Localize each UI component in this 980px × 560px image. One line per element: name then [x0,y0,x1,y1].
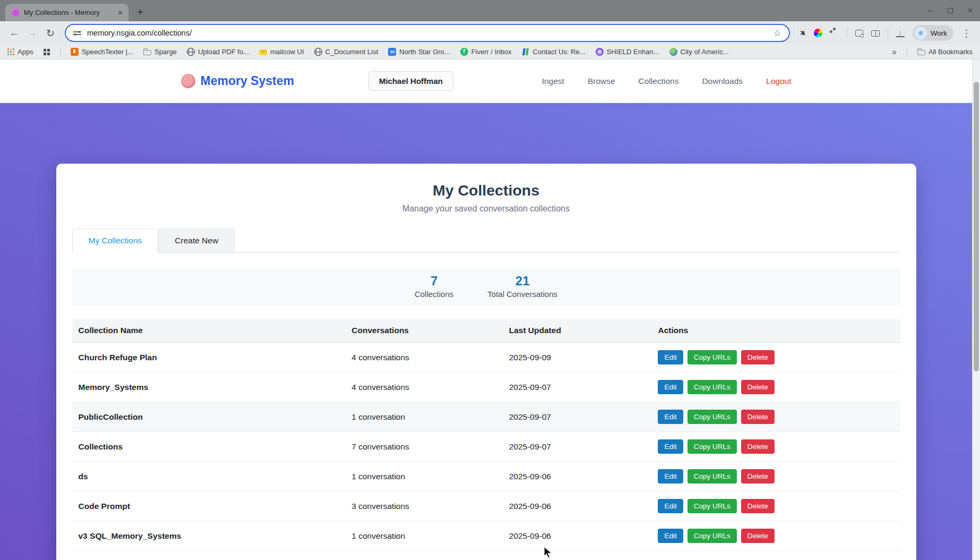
browser-window: My Collections - Memory × + – × ← → ↻ me… [0,0,980,560]
edit-button[interactable]: Edit [658,380,683,394]
bookmark-item[interactable]: mailcow UI [259,48,304,56]
table-row: Code Prompt 3 conversations 2025-09-06 E… [72,491,900,521]
brand-name: Memory System [201,74,294,88]
flag-icon [522,48,530,56]
copy-urls-button[interactable]: Copy URLs [687,380,737,394]
stat-total-conversations: 21 Total Conversations [487,274,557,299]
brand[interactable]: Memory System [181,74,294,88]
collections-table: Collection Name Conversations Last Updat… [72,319,900,551]
copy-urls-button[interactable]: Copy URLs [687,469,737,483]
forward-button[interactable]: → [24,27,40,39]
web-page: Memory System Michael Hoffman Ingest Bro… [0,60,972,560]
nav-downloads[interactable]: Downloads [702,77,743,86]
bookmark-item[interactable]: Sparge [143,48,177,56]
bookmark-item[interactable]: City of Americ... [669,48,729,56]
nav-browse[interactable]: Browse [588,77,615,86]
conversation-count: 7 conversations [345,435,502,459]
browser-tab[interactable]: My Collections - Memory × [5,4,128,21]
last-updated: 2025-09-09 [503,345,652,370]
collections-card: My Collections Manage your saved convers… [56,164,916,560]
tab-close-icon[interactable]: × [116,8,124,17]
back-button[interactable]: ← [6,27,22,39]
mail-icon [259,49,267,55]
grid-bookmark-icon[interactable] [44,49,50,55]
table-row: PublicCollection 1 conversation 2025-09-… [72,402,900,432]
mouse-cursor [544,546,553,559]
address-bar[interactable]: memory.nsgia.com/collections/ ☆ [65,24,790,42]
delete-button[interactable]: Delete [741,499,775,513]
bookmark-item[interactable]: SHIELD Enhan... [596,48,659,56]
bookmark-item[interactable]: Contact Us: Re... [522,48,586,56]
nav-collections[interactable]: Collections [639,77,679,86]
collection-name: Church Refuge Plan [72,345,346,370]
profile-button[interactable]: ❄ Work [913,25,953,41]
table-row: Church Refuge Plan 4 conversations 2025-… [72,343,900,372]
reload-button[interactable]: ↻ [42,27,58,39]
blue-10-icon [388,48,396,56]
new-tab-button[interactable]: + [133,5,148,20]
copy-urls-button[interactable]: Copy URLs [687,410,737,424]
scrollbar-thumb[interactable] [974,82,979,371]
nav-logout[interactable]: Logout [766,77,791,86]
delete-button[interactable]: Delete [741,350,775,364]
minimize-button[interactable]: – [928,6,933,15]
toolbar-separator [847,29,847,38]
copy-urls-button[interactable]: Copy URLs [687,529,737,543]
globe-icon [314,48,322,56]
folder-icon [143,50,151,55]
earth-icon [669,48,677,56]
reading-list-icon[interactable] [871,30,880,37]
site-settings-icon[interactable] [73,29,81,37]
copy-urls-button[interactable]: Copy URLs [687,350,737,364]
collection-name: Memory_Systems [72,375,346,400]
delete-button[interactable]: Delete [741,469,775,483]
conversation-count: 4 conversations [345,375,502,400]
tab-create-new[interactable]: Create New [158,228,235,252]
nav-ingest[interactable]: Ingest [542,77,564,86]
extension-colorwheel-icon[interactable] [814,29,822,37]
downloads-icon[interactable]: ↓ [896,29,905,37]
apps-shortcut[interactable]: Apps [7,48,33,56]
copy-urls-button[interactable]: Copy URLs [687,439,737,454]
conversation-count: 1 conversation [345,524,502,548]
bookmark-item[interactable]: C_Document List [314,48,379,56]
delete-button[interactable]: Delete [741,380,775,394]
menu-icon[interactable]: ⋮ [961,28,972,38]
bookmarks-separator [60,47,61,56]
bookmark-item[interactable]: SpeechTexter |... [71,48,133,56]
edit-button[interactable]: Edit [658,439,683,454]
tab-my-collections[interactable]: My Collections [72,228,159,253]
page-subtitle: Manage your saved conversation collectio… [72,204,900,214]
edit-button[interactable]: Edit [658,529,683,543]
fiverr-icon [460,48,468,56]
last-updated: 2025-09-07 [503,405,652,429]
site-nav: Ingest Browse Collections Downloads Logo… [542,77,792,86]
bookmark-star-icon[interactable]: ☆ [773,29,781,38]
stat-collections: 7 Collections [415,274,453,299]
all-bookmarks-button[interactable]: All Bookmarks [917,48,973,56]
delete-button[interactable]: Delete [741,439,775,454]
page-scrollbar[interactable] [972,60,980,560]
bookmarks-bar: Apps SpeechTexter |... Sparge Upload PDF… [0,45,980,60]
edit-button[interactable]: Edit [658,350,683,364]
copy-urls-button[interactable]: Copy URLs [687,499,737,513]
tab-title: My Collections - Memory [24,9,112,16]
close-window-button[interactable]: × [968,6,973,15]
edit-button[interactable]: Edit [658,410,683,424]
user-button[interactable]: Michael Hoffman [368,71,453,91]
reading-mode-icon[interactable] [855,30,863,37]
restore-button[interactable] [948,8,953,13]
delete-button[interactable]: Delete [741,529,775,543]
extension-page-icon[interactable] [798,29,806,37]
bookmarks-overflow-chevron[interactable]: » [892,47,897,57]
folder-icon [917,50,925,55]
apps-label: Apps [18,48,33,56]
last-updated: 2025-09-06 [503,494,652,519]
bookmark-item[interactable]: Upload PDF fo... [187,48,249,56]
edit-button[interactable]: Edit [658,469,683,483]
card-tabs: My Collections Create New [72,228,900,253]
edit-button[interactable]: Edit [658,499,683,513]
delete-button[interactable]: Delete [741,410,775,424]
bookmark-item[interactable]: Fiverr / Inbox [460,48,512,56]
bookmark-item[interactable]: North Star Gro... [388,48,450,56]
